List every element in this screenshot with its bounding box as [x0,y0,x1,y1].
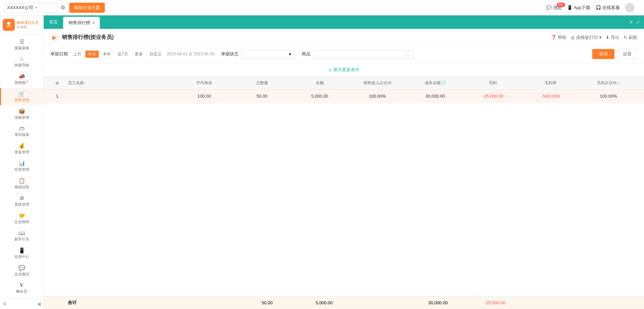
sidebar-item-marketing[interactable]: 📣 营销推广 [0,70,43,88]
td-avg-price: 100.00 [175,90,233,103]
date-opt-last-month[interactable]: 上月 [71,51,84,58]
app-download-label: App下载 [574,5,590,11]
sidebar-item-member[interactable]: V 畅会员 [0,279,43,297]
status-filter: 单据状态 ▾ [221,50,295,58]
sidebar-item-collab[interactable]: 🤝 企业协同 [0,210,43,227]
logo-area: 畅康通好生意 标准版 [0,15,43,35]
sidebar-item-wechat[interactable]: 💬 企业微信 [0,262,43,279]
th-amount: 全额 [291,77,349,89]
goods-input[interactable]: ... [313,50,414,58]
app-download-button[interactable]: 📱 App下载 [567,5,590,11]
sidebar-item-search[interactable]: ☰ 搜索菜单 [0,36,43,53]
system-icon: ⚙ [19,195,24,201]
collab-label: 企业协同 [14,219,29,224]
status-select[interactable]: ▾ [241,50,295,58]
expand-filters-button[interactable]: ∨ 展开更多条件 [329,67,359,73]
top-bar: XXXXXX公司 ▾ ⚙ 体验行业方案 💬 消息 99+ 📱 App下载 🎧 在… [0,0,644,15]
tab-close-icon[interactable]: × [92,21,94,25]
page-title: 销售排行榜(按业务员) [62,34,114,41]
td-sales-pct: 100.00% [349,90,406,103]
th-sales-pct: 销售收入占比% [349,77,406,89]
sidebar-item-system[interactable]: ⚙ 系统管理 [0,192,43,210]
inventory-icon: 🗃 [19,125,25,132]
date-options: 上月 本月 本年 近7天 更多 自定义 [71,51,164,58]
td-name [64,92,175,100]
message-icon: 💬 [546,5,552,10]
tab-close-button[interactable]: ✕ [629,19,633,25]
export-label: 导出 [611,35,619,41]
marketing-icon: 📣 [18,73,25,80]
basics-label: 基础信息 [14,185,29,190]
date-opt-custom[interactable]: 自定义 [147,51,164,58]
page-actions: ❓ 帮助 🖨 按模板打印 ▾ ⬇ 导出 ↻ [551,35,637,41]
table-area: ⚙ 员工名称 平均单价 主数量 全额 销售收入占比% 成本全额 ⓘ 毛利 毛利率… [44,76,644,309]
print-icon: 🖨 [570,35,575,40]
print-template-button[interactable]: 🖨 按模板打印 ▾ [570,35,602,41]
page-header: ▶ 销售排行榜(按业务员) ❓ 帮助 🖨 按模板打印 ▾ [44,29,644,45]
tab-sales-ranking-label: 销售排行榜 [69,20,90,26]
settings-button[interactable]: 设置 [617,49,637,59]
sidebar-item-operations[interactable]: 📊 经营管理 [0,157,43,175]
date-opt-7days[interactable]: 近7天 [115,51,131,58]
date-opt-more[interactable]: 更多 [132,51,145,58]
guide-label: 新手引导 [14,237,29,242]
company-selector[interactable]: XXXXXX公司 ▾ [4,3,58,12]
th-settings[interactable]: ⚙ [50,78,64,89]
system-label: 系统管理 [14,202,29,207]
sidebar-item-shortcuts[interactable]: ⌂ 快捷导航 [0,53,43,70]
company-name: XXXXXX公司 [7,5,33,11]
topbar-settings-icon[interactable]: ⚙ [60,4,65,11]
back-icon[interactable]: ▶ [50,34,58,41]
sidebar-item-purchase[interactable]: 📦 采购管理 [0,105,43,123]
tab-sales-ranking[interactable]: 销售排行榜 × [63,17,100,29]
help-button[interactable]: ❓ 帮助 [551,35,566,41]
sidebar-item-finance[interactable]: 💰 资金管理 [0,140,43,157]
logo-subtitle: 标准版 [17,25,39,30]
finance-icon: 💰 [18,143,25,149]
main-content: ▶ 销售排行榜(按业务员) ❓ 帮助 🖨 按模板打印 ▾ [44,29,644,309]
online-service-button[interactable]: 🎧 在线客服 [596,5,620,11]
message-badge: 99+ [557,3,565,7]
date-opt-this-year[interactable]: 本年 [100,51,114,58]
table-footer: 合计 50.00 5,000.00 30,000.00 -25,000.00 [44,296,644,309]
th-cost: 成本全额 ⓘ [406,77,464,89]
export-button[interactable]: ⬇ 导出 [606,35,619,41]
shortcuts-label: 快捷导航 [14,63,29,68]
expand-label: 展开更多条件 [333,67,359,73]
date-opt-this-month[interactable]: 本月 [85,51,99,58]
sidebar-item-apps[interactable]: 📱 应用中心 [0,245,43,262]
help-label: 帮助 [558,35,566,41]
chevron-down-icon: ▾ [35,6,37,9]
user-avatar[interactable] [625,3,635,12]
message-button[interactable]: 💬 消息 99+ [546,5,562,11]
sidebar-item-sales[interactable]: 🛒 销售管理 [0,88,43,105]
trial-button[interactable]: 体验行业方案 [69,3,105,13]
sidebar-settings-icon[interactable]: ⚙ [3,301,7,306]
table-body: 1 100.00 50.00 5,000.00 100.00% 30,000.0… [44,90,644,296]
sidebar: 畅康通好生意 标准版 ☰ 搜索菜单 ⌂ 快捷导航 📣 营销推广 [0,15,44,309]
chevron-down-expand-icon: ∨ [329,67,332,72]
search-menu-icon: ☰ [19,39,24,45]
td-rank: 1 [50,90,64,103]
sidebar-collapse-icon[interactable]: ◀ [37,301,41,306]
footer-gross: -25,000.00 [467,300,524,305]
sidebar-bottom: ⚙ ◀ [0,298,43,309]
date-filter: 单据日期 上月 本月 本年 近7天 更多 自定义 2023-06-01 至 20… [50,51,214,58]
phone-icon: 📱 [567,5,572,10]
sidebar-item-guide[interactable]: 📖 新手引导 [0,227,43,245]
wechat-label: 企业微信 [14,272,29,277]
refresh-button[interactable]: ↻ 刷新 [624,35,637,41]
sales-label: 销售管理 [14,98,29,103]
sidebar-item-inventory[interactable]: 🗃 库存核算 [0,123,43,140]
status-label: 单据状态 [221,51,239,57]
th-avg-price: 平均单价 [175,77,233,89]
sidebar-item-basics[interactable]: 📋 基础信息 [0,175,43,192]
tab-home[interactable]: 首页 [44,15,63,29]
content-area: 首页 销售排行榜 × ✕ ⤢ ▶ 销售排行榜(按业务员) [44,15,644,309]
date-range-display: 2023-06-01 至 2023-06-30 [167,51,214,57]
tab-maximize-button[interactable]: ⤢ [636,19,640,25]
goods-more-icon: ... [406,52,410,57]
filter-row-1: 单据日期 上月 本月 本年 近7天 更多 自定义 2023-06-01 至 20… [50,49,637,59]
tab-right-controls: ✕ ⤢ [629,15,644,29]
query-button[interactable]: 查询 [592,49,614,59]
